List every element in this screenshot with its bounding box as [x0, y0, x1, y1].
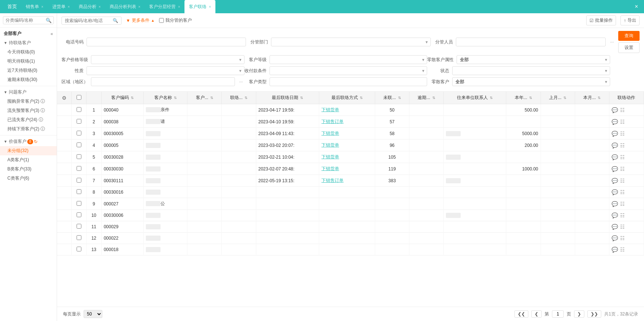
grid-icon[interactable]: ☷ — [620, 154, 625, 160]
manager-dots-btn[interactable]: ··· — [609, 39, 615, 45]
row-checkbox[interactable] — [77, 142, 81, 147]
sidebar-group-problem[interactable]: ▼ 问题客户 — [0, 88, 57, 97]
last-method-link[interactable]: 下销售订单 — [321, 178, 344, 183]
message-icon[interactable]: 💬 — [612, 178, 618, 184]
sidebar-item-abnormal[interactable]: 囤购异常客户(2) ⓘ — [0, 97, 57, 106]
grid-icon[interactable]: ☷ — [620, 142, 625, 148]
tab-purchase[interactable]: 进货单 × — [48, 0, 74, 13]
th-this-month[interactable]: 本月... ⇅ — [575, 92, 609, 104]
scatter-select[interactable]: 全部 — [452, 77, 610, 86]
grid-icon[interactable]: ☷ — [620, 107, 625, 113]
manager-input[interactable] — [456, 38, 606, 46]
prev-page-btn[interactable]: ❮ — [531, 310, 542, 318]
tab-sales[interactable]: 销售单 × — [21, 0, 48, 13]
row-checkbox[interactable] — [77, 247, 81, 251]
sidebar-group-pending[interactable]: ▼ 待联络客户 — [0, 38, 57, 47]
last-method-link[interactable]: 下销货单 — [321, 131, 339, 136]
sidebar-item-today[interactable]: 今天待联络(0) — [0, 47, 57, 57]
sidebar-item-class-c[interactable]: C类客户(6) — [0, 174, 57, 183]
message-icon[interactable]: 💬 — [612, 131, 618, 137]
th-last-method[interactable]: 最后联络方式 ⇅ — [319, 92, 375, 104]
tab-customer-segment[interactable]: 客户分层经营 × — [145, 0, 184, 13]
th-last-date[interactable]: 最后联络日期 ⇅ — [256, 92, 319, 104]
export-btn[interactable]: ↑ 导出 — [620, 15, 640, 25]
more-conditions-btn[interactable]: ▼ 更多条件 ▲ — [126, 17, 155, 24]
all-customers-header[interactable]: 全部客户 « — [0, 28, 57, 38]
page-input[interactable] — [552, 310, 564, 318]
grid-icon[interactable]: ☷ — [620, 247, 625, 253]
select-all-checkbox[interactable] — [77, 95, 81, 100]
close-sales-tab[interactable]: × — [41, 5, 43, 9]
first-page-btn[interactable]: ❮❮ — [514, 310, 528, 318]
row-checkbox[interactable] — [77, 201, 81, 206]
row-checkbox[interactable] — [77, 107, 81, 112]
refresh-icon[interactable]: ↻ — [34, 139, 38, 144]
customer-type-input[interactable] — [270, 77, 427, 86]
sidebar-item-overdue[interactable]: 逾期未联络(30) — [0, 75, 57, 84]
grid-icon[interactable]: ☷ — [620, 224, 625, 230]
last-page-btn[interactable]: ❯❯ — [587, 310, 601, 318]
message-icon[interactable]: 💬 — [612, 142, 618, 148]
th-not-linked[interactable]: 未联... ⇅ — [375, 92, 409, 104]
batch-ops-btn[interactable]: ☑ 批量操作 — [586, 15, 616, 25]
close-customer-contact-tab[interactable]: × — [209, 5, 211, 9]
th-contact[interactable]: 联络... ⇅ — [222, 92, 256, 104]
last-method-link[interactable]: 下销售订单 — [321, 119, 344, 124]
row-checkbox[interactable] — [77, 212, 81, 217]
sidebar-item-ungrouped[interactable]: 未分组(32) — [0, 146, 57, 155]
th-overdue[interactable]: 逾期... ⇅ — [409, 92, 443, 104]
message-icon[interactable]: 💬 — [612, 189, 618, 195]
grid-icon[interactable]: ☷ — [620, 178, 625, 184]
my-customers-checkbox[interactable] — [159, 18, 164, 23]
message-icon[interactable]: 💬 — [612, 119, 618, 125]
close-product-analysis-list-tab[interactable]: × — [138, 5, 141, 9]
next-page-btn[interactable]: ❯ — [574, 310, 584, 318]
row-checkbox[interactable] — [77, 178, 81, 183]
close-purchase-tab[interactable]: × — [68, 5, 70, 9]
search-input[interactable] — [65, 18, 113, 23]
tab-product-analysis[interactable]: 商品分析 × — [74, 0, 105, 13]
tab-customer-contact[interactable]: 客户联络 × — [184, 0, 215, 13]
reset-button[interactable]: 设置 — [618, 42, 640, 53]
grid-icon[interactable]: ☷ — [620, 201, 625, 207]
sidebar-item-class-a[interactable]: A类客户(1) — [0, 155, 57, 165]
row-checkbox[interactable] — [77, 235, 81, 240]
region-dots-btn[interactable]: ··· — [238, 79, 244, 84]
message-icon[interactable]: 💬 — [612, 224, 618, 230]
grid-icon[interactable]: ☷ — [620, 235, 625, 241]
last-method-link[interactable]: 下销货单 — [321, 107, 339, 112]
last-method-link[interactable]: 下销货单 — [321, 166, 339, 171]
message-icon[interactable]: 💬 — [612, 107, 618, 113]
row-checkbox[interactable] — [77, 166, 81, 171]
message-icon[interactable]: 💬 — [612, 166, 618, 172]
query-button[interactable]: 查询 — [618, 31, 640, 41]
message-icon[interactable]: 💬 — [612, 154, 618, 160]
sidebar-item-tomorrow[interactable]: 明天待联络(1) — [0, 57, 57, 66]
th-settings[interactable]: ⚙ — [57, 92, 71, 104]
sidebar-item-declining[interactable]: 持续下滑客户(2) ⓘ — [0, 124, 57, 134]
page-size-select[interactable]: 50 100 — [84, 310, 102, 318]
sidebar-item-churn-warning[interactable]: 流失预警客户(3) ⓘ — [0, 106, 57, 115]
last-method-link[interactable]: 下销货单 — [321, 142, 339, 148]
close-customer-segment-tab[interactable]: × — [178, 5, 180, 9]
scatter-attr-select[interactable]: 全部 — [457, 55, 610, 64]
customer-level-select[interactable] — [270, 55, 427, 64]
message-icon[interactable]: 💬 — [612, 201, 618, 207]
row-checkbox[interactable] — [77, 154, 81, 159]
message-icon[interactable]: 💬 — [612, 235, 618, 241]
row-checkbox[interactable] — [77, 224, 81, 229]
close-all-btn[interactable]: × — [632, 3, 641, 10]
collapse-sidebar-btn[interactable]: « — [50, 31, 53, 36]
nature-select[interactable] — [87, 66, 244, 75]
price-level-select[interactable] — [91, 55, 244, 64]
close-product-analysis-tab[interactable]: × — [99, 5, 101, 9]
row-checkbox[interactable] — [77, 189, 81, 194]
status-select[interactable] — [452, 66, 610, 75]
grid-icon[interactable]: ☷ — [620, 212, 625, 218]
grid-icon[interactable]: ☷ — [620, 119, 625, 125]
grid-icon[interactable]: ☷ — [620, 131, 625, 137]
th-code[interactable]: 客户编码 ⇅ — [101, 92, 144, 104]
th-company-contact[interactable]: 往来单位联系人 ⇅ — [444, 92, 506, 104]
sidebar-group-value[interactable]: ▼ 价值客户 8 ↻ — [0, 137, 57, 146]
th-name[interactable]: 客户名称 ⇅ — [144, 92, 187, 104]
